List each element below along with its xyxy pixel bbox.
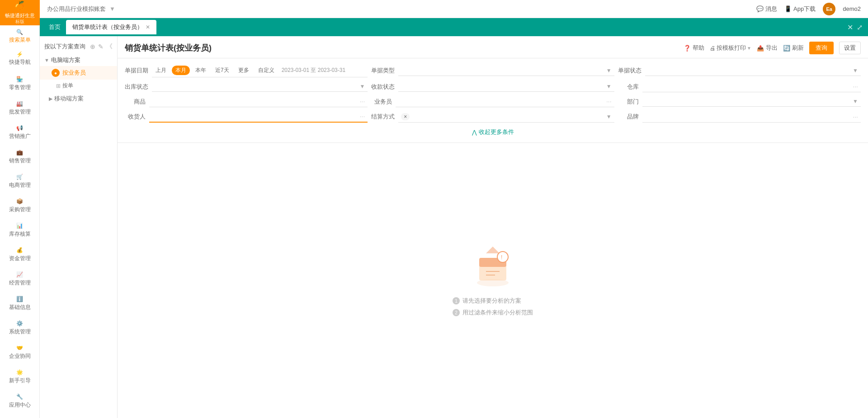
out-status-selector[interactable]: ▼ [152,81,368,92]
quick-nav-icon: ⚡ [16,51,23,57]
svg-point-6 [497,252,508,262]
logo-sub: 标版 [15,19,24,25]
settings-label: 设置 [844,44,856,52]
tab-sales-report[interactable]: 销货单统计表（按业务员） ✕ [66,20,156,34]
sidebar-item-wholesale[interactable]: 🏭 批发管理 [0,96,39,120]
doc-status-selector[interactable]: ▼ [645,66,861,76]
sidebar-item-retail[interactable]: 🏪 零售管理 [0,71,39,96]
scheme-desktop-group-header[interactable]: ▼ 电脑端方案 [40,54,117,66]
sidebar-item-sales[interactable]: 💼 销售管理 [0,145,39,169]
app-selector-arrow[interactable]: ▼ [109,5,115,12]
user-name-label[interactable]: demo2 [843,5,861,12]
help-label: 帮助 [693,44,704,52]
settlement-clear-tag[interactable]: × [401,113,410,120]
sales-report-tab-label: 销货单统计表（按业务员） [72,23,143,31]
top-header: 办公用品行业模拟账套 ▼ 💬 消息 📱 App下载 Ea demo2 [40,0,868,18]
refresh-btn[interactable]: 🔄 刷新 [783,44,804,52]
export-btn[interactable]: 📤 导出 [757,44,778,52]
salesperson-selector[interactable]: ··· [396,96,614,107]
sidebar-search[interactable]: 🔍 搜索菜单 [0,25,39,48]
help-btn[interactable]: ❓ 帮助 [684,44,704,52]
warehouse-selector[interactable]: ··· [642,81,861,92]
sidebar-item-newbie[interactable]: 🌟 新手引导 [0,365,39,389]
doc-type-label: 单据类型 [371,66,395,75]
sidebar-search-label: 搜索菜单 [9,36,31,44]
user-avatar[interactable]: Ea [823,3,835,15]
out-status-label: 出库状态 [125,83,148,91]
filter-outstatus-cell: 出库状态 ▼ [125,81,368,92]
scheme-by-order[interactable]: ⊞ 按单 [40,80,117,92]
sidebar-item-operations-label: 经营管理 [9,279,31,287]
filter-product-cell: 商品 ··· [125,96,368,107]
doc-type-selector[interactable]: ▼ [398,66,614,76]
edit-scheme-btn[interactable]: ✎ [98,43,104,50]
sidebar-item-sales-label: 销售管理 [9,157,31,165]
tab-home[interactable]: 首页 [43,20,66,34]
logo-icon: 🍊 [14,0,25,11]
sidebar-item-system[interactable]: ⚙️ 系统管理 [0,316,39,340]
scheme-mobile-group[interactable]: ▶ 移动端方案 [40,93,117,104]
filter-settlement-cell: 结算方式 × ▼ [371,111,614,123]
filter-area: 单据日期 上月 本月 本年 近7天 更多 自定义 2023-03-01 至 20… [118,58,868,143]
retail-icon: 🏪 [16,76,23,82]
sidebar-item-inventory[interactable]: 📊 库存核算 [0,218,39,242]
sidebar-item-basic-label: 基础信息 [9,304,31,311]
settings-btn[interactable]: 设置 [839,42,861,54]
tab-maximize-btn[interactable]: ⤢ [857,23,863,32]
scheme-desktop-label: 电脑端方案 [51,56,80,64]
query-label: 查询 [816,44,827,52]
tab-close-window-btn[interactable]: ✕ [847,23,853,32]
dept-selector[interactable]: ▼ [642,96,861,107]
app-download-btn[interactable]: 📱 App下载 [784,5,816,13]
tab-bar: 首页 销货单统计表（按业务员） ✕ ✕ ⤢ [40,18,868,36]
sidebar-item-ecom-label: 电商管理 [9,181,31,189]
query-btn[interactable]: 查询 [809,42,834,54]
date-tab-this-month[interactable]: 本月 [172,66,190,75]
brand-label: 品牌 [618,113,639,121]
receiver-selector[interactable]: ··· [149,111,368,123]
data-area: ! 1 请先选择要分析的方案 2 用过滤条件来缩小分析范围 [118,143,868,418]
date-tab-custom[interactable]: 自定义 [255,66,278,75]
tab-close-btn[interactable]: ✕ [146,24,150,30]
scheme-by-salesperson[interactable]: ● 按业务员 [40,66,117,80]
product-selector[interactable]: ··· [149,96,368,107]
sidebar-item-finance[interactable]: 💰 资金管理 [0,242,39,267]
settlement-selector[interactable]: × ▼ [398,111,614,123]
date-tab-last7[interactable]: 近7天 [212,66,233,75]
filter-warehouse-cell: 仓库 ··· [618,81,861,92]
tip-1-text: 请先选择要分析的方案 [462,297,521,305]
settlement-value: × [404,114,407,120]
date-tab-this-year[interactable]: 本年 [192,66,210,75]
receipt-status-selector[interactable]: ▼ [398,81,614,92]
sidebar-item-operations[interactable]: 📈 经营管理 [0,267,39,291]
date-tab-more[interactable]: 更多 [235,66,253,75]
add-scheme-btn[interactable]: ⊕ [90,43,95,50]
sidebar-item-enterprise[interactable]: 🤝 企业协同 [0,340,39,365]
brand-selector[interactable]: ··· [642,111,861,123]
filter-dept-cell: 部门 ▼ [618,96,861,107]
title-actions: ❓ 帮助 🖨 按模板打印 ▼ 📤 导出 🔄 刷新 [684,42,861,54]
sidebar-item-basic[interactable]: ℹ️ 基础信息 [0,291,39,316]
sidebar-item-corpwechat[interactable]: 💬 企业微信 [0,413,39,418]
sidebar-item-marketing[interactable]: 📢 营销推广 [0,120,39,145]
sidebar-item-system-label: 系统管理 [9,328,31,336]
sidebar-item-purchase[interactable]: 📦 采购管理 [0,194,39,218]
doc-status-label: 单据状态 [618,66,642,75]
enterprise-icon: 🤝 [16,345,23,351]
sidebar-item-ecom[interactable]: 🛒 电商管理 [0,169,39,194]
sidebar-item-apps[interactable]: 🔧 应用中心 [0,389,39,413]
sidebar-item-purchase-label: 采购管理 [9,206,31,214]
date-selector[interactable]: 上月 本月 本年 近7天 更多 自定义 2023-03-01 至 2023-03… [152,64,368,77]
empty-illustration: ! [470,244,515,290]
sidebar-item-retail-label: 零售管理 [9,84,31,91]
app-selector-label[interactable]: 办公用品行业模拟账套 [47,5,106,13]
filter-doctype-cell: 单据类型 ▼ [371,64,614,77]
collapse-scheme-btn[interactable]: 《 [106,43,113,51]
app-logo[interactable]: 🍊 畅捷通好生意 标版 [0,0,40,25]
sidebar-quick-nav[interactable]: ⚡ 快捷导航 [0,48,39,70]
collapse-filters-btn[interactable]: ⋀ 收起更多条件 [472,128,514,136]
print-btn[interactable]: 🖨 按模板打印 ▼ [710,44,751,52]
scheme-by-order-label: 按单 [62,82,73,90]
date-tab-last-month[interactable]: 上月 [152,66,170,75]
msg-btn[interactable]: 💬 消息 [756,5,777,13]
